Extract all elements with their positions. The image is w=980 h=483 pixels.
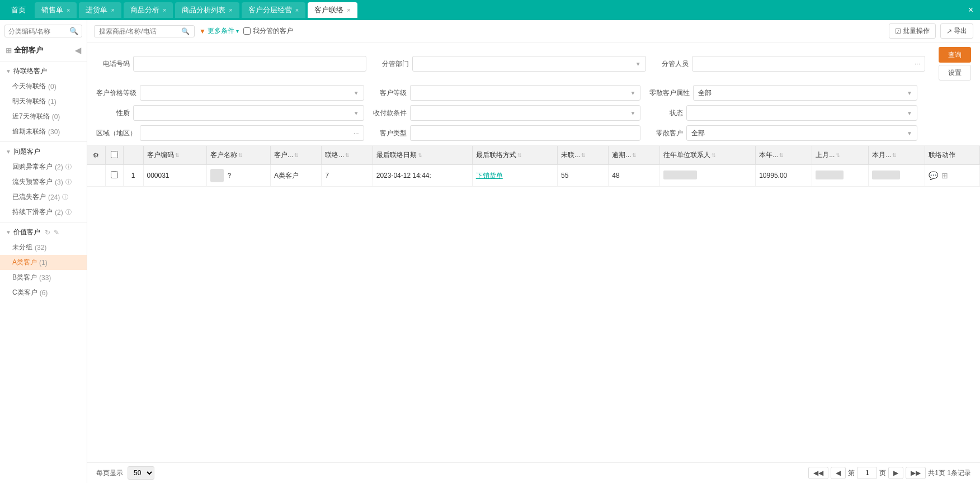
filter-search-box[interactable]: 🔍 <box>94 25 195 37</box>
row-last-date: 2023-04-12 14:44: <box>373 165 472 187</box>
col-this-year[interactable]: 本年...⇅ <box>756 146 812 165</box>
table-header-row: ⚙ 客户编码⇅ 客户名称⇅ 客户...⇅ 联络...⇅ 最后联络日期⇅ 最后联络… <box>87 146 980 165</box>
field-region: 区域（地区） ··· <box>96 125 364 141</box>
sidebar-item-declining[interactable]: 持续下滑客户 (2) ⓘ <box>0 205 87 220</box>
col-settings[interactable]: ⚙ <box>87 146 105 165</box>
col-last-date[interactable]: 最后联络日期⇅ <box>373 146 472 165</box>
group-problem-customers[interactable]: ▼ 问题客户 <box>0 144 87 159</box>
home-tab[interactable]: 首页 <box>4 5 32 15</box>
sort-icon11: ⇅ <box>836 153 840 158</box>
first-page-btn[interactable]: ◀◀ <box>808 467 828 479</box>
row-this-year: 10995.00 <box>756 165 812 187</box>
col-name[interactable]: 客户名称⇅ <box>207 146 271 165</box>
chevron-down-icon: ▾ <box>236 28 239 34</box>
scatter-attr-select[interactable]: 全部 ▼ <box>693 85 917 101</box>
mine-checkbox-input[interactable] <box>243 27 251 35</box>
sidebar-search-box[interactable]: 🔍 <box>4 25 82 37</box>
per-page-select[interactable]: 50 <box>128 466 154 480</box>
col-contact[interactable]: 联络...⇅ <box>322 146 373 165</box>
tab-customer-contact[interactable]: 客户联络 × <box>308 2 357 18</box>
region-select[interactable]: ··· <box>140 125 364 141</box>
col-type[interactable]: 客户...⇅ <box>271 146 322 165</box>
col-last-month[interactable]: 上月...⇅ <box>812 146 869 165</box>
tab-customer-segment[interactable]: 客户分层经营 × <box>242 2 305 18</box>
sidebar-collapse-icon[interactable]: ◀ <box>75 46 81 55</box>
row-overdue: 48 <box>609 165 659 187</box>
filter-search-input[interactable] <box>99 27 179 35</box>
tab-product-list[interactable]: 商品分析列表 × <box>175 2 239 18</box>
refresh-icon[interactable]: ↻ <box>45 229 50 236</box>
close-product-analysis-tab[interactable]: × <box>163 7 166 13</box>
info-icon: ⓘ <box>65 163 72 171</box>
col-code[interactable]: 客户编码⇅ <box>143 146 207 165</box>
sort-icon3: ⇅ <box>294 153 299 158</box>
phone-input[interactable] <box>133 56 366 72</box>
check-all-input[interactable] <box>111 151 118 158</box>
tab-purchase[interactable]: 进货单 × <box>79 2 121 18</box>
row-last-method[interactable]: 下销货单 <box>472 165 557 187</box>
sidebar-item-churned[interactable]: 已流失客户 (24) ⓘ <box>0 190 87 205</box>
group-value-customers[interactable]: ▼ 价值客户 ↻ ✎ <box>0 225 87 240</box>
setting-btn[interactable]: 设置 <box>939 65 971 80</box>
col-history-contact[interactable]: 往年单位联系人⇅ <box>659 146 755 165</box>
sidebar-item-tomorrow[interactable]: 明天待联络 (1) <box>0 94 87 109</box>
field-scatter-customer: 零散客户 全部 ▼ <box>649 125 917 141</box>
col-no-contact[interactable]: 未联...⇅ <box>558 146 609 165</box>
col-overdue[interactable]: 逾期...⇅ <box>609 146 659 165</box>
group-pending-contact[interactable]: ▼ 待联络客户 <box>0 64 87 79</box>
col-last-method[interactable]: 最后联络方式⇅ <box>472 146 557 165</box>
payment-select[interactable]: ▼ <box>410 105 641 121</box>
qr-icon[interactable]: ⊞ <box>941 171 948 180</box>
sidebar-item-b-class[interactable]: B类客户 (33) <box>0 270 87 285</box>
row-checkbox-input[interactable] <box>111 171 118 178</box>
tab-product-analysis[interactable]: 商品分析 × <box>124 2 173 18</box>
sidebar-item-repurchase[interactable]: 回购异常客户 (2) ⓘ <box>0 159 87 174</box>
info-icon3: ⓘ <box>62 193 68 201</box>
next-page-btn[interactable]: ▶ <box>888 467 903 479</box>
sidebar-item-overdue[interactable]: 逾期未联络 (30) <box>0 124 87 139</box>
tab-sales[interactable]: 销售单 × <box>35 2 77 18</box>
col-check-all[interactable] <box>105 146 123 165</box>
sidebar-item-c-class[interactable]: C类客户 (6) <box>0 285 87 300</box>
page-input[interactable] <box>857 467 877 479</box>
sidebar-search-input[interactable] <box>8 27 67 35</box>
sidebar-item-ungrouped[interactable]: 未分组 (32) <box>0 240 87 255</box>
price-level-select[interactable]: ▼ <box>140 85 364 101</box>
last-page-btn[interactable]: ▶▶ <box>906 467 926 479</box>
sidebar-item-a-class[interactable]: A类客户 (1) <box>0 255 87 270</box>
export-btn[interactable]: ↗ 导出 <box>940 23 973 39</box>
filter-row-4: 区域（地区） ··· 客户类型 零散客户 全部 ▼ <box>96 125 971 141</box>
sidebar-item-churn-warning[interactable]: 流失预警客户 (3) ⓘ <box>0 174 87 190</box>
status-select[interactable]: ▼ <box>686 105 917 121</box>
chat-icon[interactable]: 💬 <box>929 171 938 180</box>
this-month-placeholder <box>872 171 900 179</box>
scatter-customer-select[interactable]: 全部 ▼ <box>686 125 917 141</box>
sidebar-item-today[interactable]: 今天待联络 (0) <box>0 79 87 94</box>
dept-select[interactable]: ▼ <box>412 56 646 72</box>
customer-type-input[interactable] <box>410 125 641 141</box>
batch-btn[interactable]: ☑ 批量操作 <box>889 23 936 39</box>
close-sales-tab[interactable]: × <box>67 7 70 13</box>
close-customer-segment-tab[interactable]: × <box>295 7 299 13</box>
close-all-tabs[interactable]: × <box>966 3 976 17</box>
sidebar-item-7days[interactable]: 近7天待联络 (0) <box>0 109 87 124</box>
top-navigation: 首页 销售单 × 进货单 × 商品分析 × 商品分析列表 × 客户分层经营 × … <box>0 0 980 20</box>
row-no-contact: 55 <box>558 165 609 187</box>
nature-select[interactable]: ▼ <box>133 105 364 121</box>
action-icons: 💬 ⊞ <box>929 171 976 180</box>
col-this-month[interactable]: 本月...⇅ <box>869 146 925 165</box>
filter-more-btn[interactable]: ▼ 更多条件 ▾ <box>199 26 239 36</box>
close-product-list-tab[interactable]: × <box>229 7 232 13</box>
payment-arrow-icon: ▼ <box>630 110 635 116</box>
query-btn[interactable]: 查询 <box>939 47 971 63</box>
close-customer-contact-tab[interactable]: × <box>347 7 350 13</box>
prev-page-btn[interactable]: ◀ <box>831 467 846 479</box>
manager-select[interactable]: ··· <box>692 56 925 72</box>
row-check[interactable] <box>105 165 123 187</box>
all-customers-item[interactable]: ⊞ 全部客户 ◀ <box>0 42 87 59</box>
filter-mine-checkbox[interactable]: 我分管的客户 <box>243 26 293 36</box>
edit-icon[interactable]: ✎ <box>54 229 59 236</box>
close-purchase-tab[interactable]: × <box>111 7 114 13</box>
customer-level-select[interactable]: ▼ <box>410 85 641 101</box>
divider2 <box>0 141 87 142</box>
